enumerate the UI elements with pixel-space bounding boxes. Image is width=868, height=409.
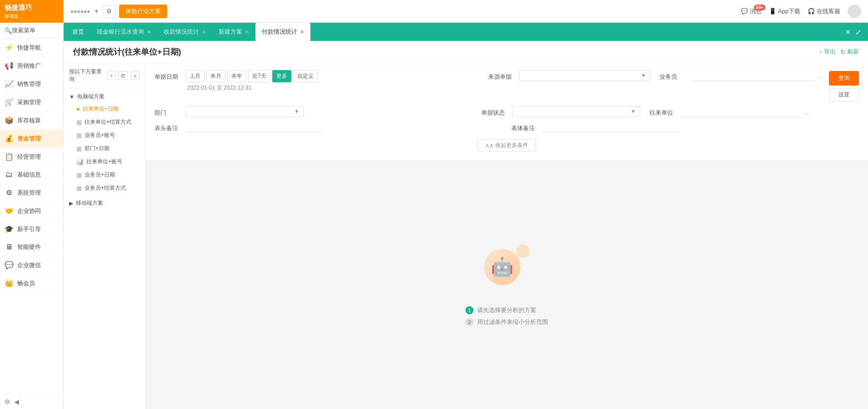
topbar-arrow: ▼: [94, 8, 100, 15]
tabbar: 首页 现金银行流水查询 ✕ 收款情况统计 ✕ 新建方案 ✕ 付款情况统计 ✕ ✕…: [64, 23, 868, 41]
staff-input[interactable]: [690, 71, 815, 81]
sidebar-item-库存核算[interactable]: 📦库存核算: [0, 111, 63, 130]
online-service-button[interactable]: 🎧 在线客服: [808, 7, 840, 15]
scheme-group-desktop-label: 电脑端方案: [77, 93, 105, 101]
sidebar-collapse-icon[interactable]: ◀: [14, 398, 19, 405]
scheme-group-mobile[interactable]: ▶ 移动端方案: [64, 197, 145, 209]
date-btn-this-month[interactable]: 本月: [206, 70, 225, 82]
partner-input[interactable]: [680, 106, 802, 117]
tab-payment-stats[interactable]: 付款情况统计 ✕: [255, 23, 310, 41]
tabbar-close-icon[interactable]: ✕: [845, 28, 851, 36]
header-note-input[interactable]: [185, 122, 322, 132]
source-doc-select[interactable]: ▼: [519, 70, 650, 81]
dept-chevron: ▼: [294, 108, 299, 115]
message-icon: 💬: [741, 8, 748, 15]
collapse-chevron-icon: ∧∧: [485, 142, 494, 149]
sidebar-search[interactable]: 🔍 搜索菜单: [0, 23, 63, 39]
scheme-item-chart-icon: 📊: [76, 158, 84, 165]
filter-actions-row: ∧∧ 收起更多条件: [155, 135, 859, 154]
sidebar-item-资金管理[interactable]: 💰资金管理: [0, 130, 63, 148]
sidebar-item-新手引导[interactable]: 🎓新手引导: [0, 220, 63, 238]
app-download-button[interactable]: 📱 App下载: [769, 7, 800, 15]
sidebar-item-label-10: 新手引导: [17, 225, 41, 233]
empty-messages: 1 请先选择要分析的方案 2 用过滤条件来缩小分析范围: [465, 306, 548, 326]
date-btn-last-month[interactable]: 上月: [185, 70, 205, 82]
sidebar-item-企业协同[interactable]: 🤝企业协同: [0, 202, 63, 220]
scheme-item-icon-3: ▦: [76, 145, 82, 152]
tab-cash-flow-close[interactable]: ✕: [147, 29, 151, 35]
scheme-item-staff-account[interactable]: ▦ 业务员+账号: [64, 129, 145, 142]
sidebar-item-畅会员[interactable]: 👑畅会员: [0, 274, 63, 293]
mobile-group-arrow: ▶: [69, 200, 73, 207]
scheme-add-button[interactable]: +: [107, 71, 116, 80]
empty-state: 🤖 1 请先选择要分析的方案 2 用过滤条件来缩小分析范围: [145, 161, 868, 409]
tab-home[interactable]: 首页: [66, 23, 90, 41]
sidebar-item-icon-7: 🗂: [5, 171, 14, 179]
settings-icon: ⚙: [106, 8, 112, 15]
scheme-item-dept-date[interactable]: ▦ 部门+日期: [64, 142, 145, 155]
scheme-item-staff-settlement[interactable]: ▦ 业务员+结算方式: [64, 182, 145, 195]
topbar-settings-button[interactable]: ⚙: [103, 5, 115, 18]
sidebar-item-icon-3: 🛒: [5, 98, 14, 106]
dept-label: 部门: [155, 106, 182, 117]
app-logo: 畅捷通巧 标准版: [0, 0, 63, 23]
tab-cash-flow[interactable]: 现金银行流水查询 ✕: [90, 23, 157, 41]
scheme-item-partner-settlement-label: 往来单位+结算方式: [85, 118, 131, 126]
sidebar-settings-icon[interactable]: ⚙: [5, 398, 10, 405]
sidebar-item-企业微信[interactable]: 💬企业微信: [0, 256, 63, 274]
settings-small-button[interactable]: 设置: [829, 88, 859, 101]
date-btn-7days[interactable]: 近7天: [248, 70, 270, 82]
sidebar-item-采购管理[interactable]: 🛒采购管理: [0, 93, 63, 111]
sidebar-item-label-3: 采购管理: [17, 98, 41, 106]
trial-button[interactable]: 体验行业方案: [119, 5, 167, 18]
scheme-item-staff-date[interactable]: ▦ 业务员+日期: [64, 168, 145, 182]
tab-receipt-stats-close[interactable]: ✕: [202, 29, 206, 35]
empty-illustration: 🤖: [479, 244, 534, 299]
tab-payment-stats-close[interactable]: ✕: [300, 29, 304, 35]
sidebar-item-系统管理[interactable]: ⚙系统管理: [0, 184, 63, 202]
scheme-group-desktop-title[interactable]: ▼ 电脑端方案: [64, 91, 145, 102]
refresh-icon: ↻: [840, 49, 845, 56]
sidebar-item-label-11: 智能硬件: [17, 243, 41, 251]
doc-status-chevron: ▼: [631, 108, 636, 115]
sidebar-item-销售管理[interactable]: 📈销售管理: [0, 75, 63, 93]
tabbar-expand-icon[interactable]: ⤢: [855, 28, 861, 36]
partner-more-icon[interactable]: ...: [803, 108, 808, 115]
sidebar-item-基础信息[interactable]: 🗂基础信息: [0, 166, 63, 184]
scheme-item-partner-account[interactable]: 📊 往来单位+账号: [64, 155, 145, 168]
doc-status-select[interactable]: ▼: [512, 106, 640, 117]
scheme-group-arrow: ▼: [69, 94, 75, 100]
scheme-item-icon-1: ▦: [76, 119, 82, 126]
scheme-group-desktop: ▼ 电脑端方案 ● 往来单位+日期 ▦ 往来单位+结算方式 ▦ 业务员+账号 ▦: [64, 88, 145, 197]
scheme-item-partner-settlement[interactable]: ▦ 往来单位+结算方式: [64, 116, 145, 129]
scheme-item-active-icon: ●: [76, 106, 80, 112]
export-button[interactable]: ↑ 导出: [819, 48, 836, 56]
search-icon: 🔍: [5, 27, 12, 34]
sidebar-item-快捷导航[interactable]: ⚡快捷导航: [0, 39, 63, 57]
tab-receipt-stats[interactable]: 收款情况统计 ✕: [157, 23, 212, 41]
export-label: 导出: [824, 48, 836, 56]
tab-new-scheme-close[interactable]: ✕: [245, 29, 249, 35]
refresh-button[interactable]: ↻ 刷新: [840, 48, 859, 56]
sidebar-item-智能硬件[interactable]: 🖥智能硬件: [0, 238, 63, 256]
sidebar-item-label-9: 企业协同: [17, 207, 41, 215]
content-area: 按以下方案查询 + ⚙ « ▼ 电脑端方案 ● 往来单位+日期: [64, 63, 868, 409]
query-button[interactable]: 查询: [829, 71, 859, 86]
sidebar-item-营销推广[interactable]: 📢营销推广: [0, 57, 63, 75]
staff-more-icon[interactable]: ...: [817, 72, 822, 79]
sidebar-item-经营管理[interactable]: 📋经营管理: [0, 148, 63, 166]
date-btn-more[interactable]: 更多: [272, 70, 291, 82]
page-title: 付款情况统计(往来单位+日期): [73, 46, 181, 57]
date-btn-custom[interactable]: 自定义: [293, 70, 318, 82]
scheme-settings-button[interactable]: ⚙: [119, 71, 128, 80]
dept-select[interactable]: ▼: [185, 106, 304, 117]
scheme-item-partner-date[interactable]: ● 往来单位+日期: [64, 102, 145, 116]
scheme-panel-collapse-button[interactable]: «: [130, 71, 140, 80]
message-button[interactable]: 💬 消息 99+: [741, 7, 762, 15]
body-note-input[interactable]: [542, 122, 678, 132]
tab-new-scheme[interactable]: 新建方案 ✕: [212, 23, 255, 41]
user-avatar[interactable]: [848, 5, 861, 18]
date-btn-this-year[interactable]: 本年: [227, 70, 246, 82]
filter-panel: 单据日期 上月 本月 本年 近7天 更多 自定义 2022-01-01 至 20…: [145, 63, 868, 409]
collapse-conditions-button[interactable]: ∧∧ 收起更多条件: [478, 139, 536, 151]
